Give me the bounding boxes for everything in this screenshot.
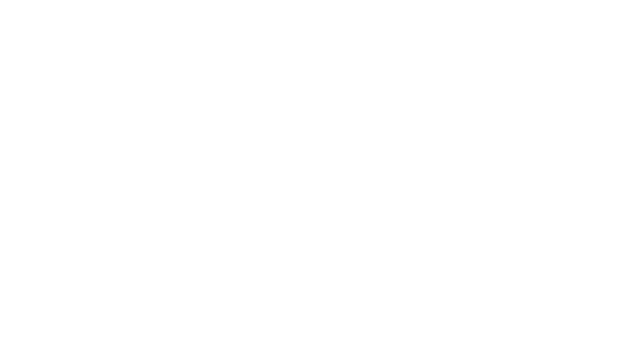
connection-lines xyxy=(0,0,644,363)
